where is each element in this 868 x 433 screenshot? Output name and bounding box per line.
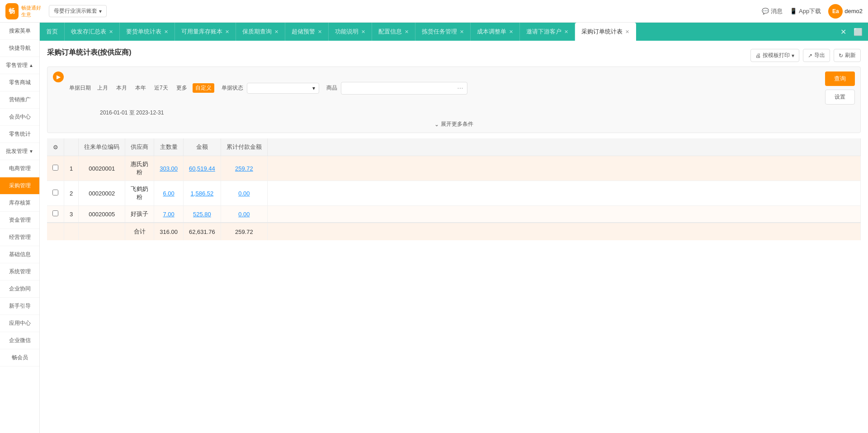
th-amount[interactable]: 金额 — [184, 138, 221, 156]
sidebar-item-system[interactable]: 系统管理 — [0, 263, 39, 281]
row-checkbox-1[interactable] — [52, 165, 58, 171]
expand-more-button[interactable]: ⌄ 展开更多条件 — [53, 120, 855, 128]
chevron-down-icon: ▾ — [312, 85, 315, 91]
td-main-qty-2[interactable]: 6.00 — [154, 181, 184, 206]
td-amount-1[interactable]: 60,519.44 — [184, 156, 221, 181]
td-checkbox-2[interactable] — [47, 181, 64, 206]
content-area: 首页 收发存汇总表 ✕ 要货单统计表 ✕ 可用量库存账本 ✕ 保质期查询 ✕ 超… — [40, 23, 868, 433]
tab-close-function-desc[interactable]: ✕ — [361, 29, 365, 35]
tab-picking-task[interactable]: 拣货任务管理 ✕ — [415, 23, 471, 41]
td-checkbox-3[interactable] — [47, 206, 64, 223]
custom-date-shortcut[interactable]: 自定义 — [193, 83, 214, 93]
td-amount-2[interactable]: 1,586.52 — [184, 181, 221, 206]
tab-function-desc[interactable]: 功能说明 ✕ — [329, 23, 372, 41]
td-amount-3[interactable]: 525.80 — [184, 206, 221, 223]
tab-close-receive-summary[interactable]: ✕ — [109, 29, 113, 35]
message-button[interactable]: 💬 消息 — [762, 7, 783, 15]
tab-close-shelf-life[interactable]: ✕ — [274, 29, 278, 35]
export-button[interactable]: ↗ 导出 — [803, 49, 830, 62]
this-month-shortcut[interactable]: 本月 — [113, 83, 130, 93]
sidebar-item-retail-stats[interactable]: 零售统计 — [0, 126, 39, 143]
refresh-button[interactable]: ↻ 刷新 — [834, 49, 861, 62]
tab-config-info[interactable]: 配置信息 ✕ — [372, 23, 415, 41]
th-supplier-code[interactable]: 往来单位编码 — [79, 138, 125, 156]
sidebar-item-enterprise[interactable]: 企业协同 — [0, 281, 39, 298]
sidebar-item-vip[interactable]: 畅会员 — [0, 349, 39, 366]
tab-close-purchase-summary[interactable]: ✕ — [625, 29, 629, 35]
sidebar-item-members[interactable]: 会员中心 — [0, 109, 39, 126]
tab-invite-downstream[interactable]: 邀请下游客户 ✕ — [520, 23, 575, 41]
sidebar-item-retail-shop[interactable]: 零售商城 — [0, 74, 39, 91]
tab-close-cost-adjust[interactable]: ✕ — [509, 29, 513, 35]
td-paid-amount-1[interactable]: 259.72 — [221, 156, 267, 181]
chevron-up-icon: ▲ — [29, 63, 33, 68]
filter-row-2: 2016-01-01 至 2023-12-31 — [69, 109, 855, 117]
td-supplier-code-1: 00020001 — [79, 156, 125, 181]
status-select[interactable]: ▾ — [247, 83, 319, 94]
sidebar-item-finance[interactable]: 资金管理 — [0, 212, 39, 229]
tab-home[interactable]: 首页 — [40, 23, 65, 41]
tab-shelf-life[interactable]: 保质期查询 ✕ — [236, 23, 285, 41]
sidebar-item-search[interactable]: 搜索英单 — [0, 23, 39, 40]
user-name[interactable]: demo2 — [844, 8, 863, 14]
last-month-shortcut[interactable]: 上月 — [94, 83, 111, 93]
settings-button[interactable]: 设置 — [825, 90, 855, 105]
row-checkbox-2[interactable] — [52, 190, 58, 195]
goods-select[interactable]: ··· — [341, 82, 467, 95]
tab-cost-adjust[interactable]: 成本调整单 ✕ — [471, 23, 520, 41]
tab-purchase-summary[interactable]: 采购订单统计表 ✕ — [575, 23, 636, 41]
th-paid-amount[interactable]: 累计付款金额 — [221, 138, 267, 156]
last-7-days-shortcut[interactable]: 近7天 — [151, 83, 171, 93]
table-body: 1 00020001 惠氏奶粉 303.00 60,519.44 259.72 … — [47, 156, 861, 223]
sidebar-item-basic-info[interactable]: 基础信息 — [0, 246, 39, 263]
sidebar-item-wholesale[interactable]: 批发管理 ▼ — [0, 143, 39, 160]
th-main-qty[interactable]: 主数量 — [154, 138, 184, 156]
this-year-shortcut[interactable]: 本年 — [132, 83, 149, 93]
app-download-button[interactable]: 📱 App下载 — [790, 7, 821, 15]
date-range-display: 2016-01-01 至 2023-12-31 — [100, 109, 164, 117]
th-settings[interactable]: ⚙ — [47, 138, 64, 156]
filter-expand-button[interactable]: ▶ — [53, 71, 64, 82]
sidebar-item-wechat[interactable]: 企业微信 — [0, 332, 39, 349]
tab-order-summary[interactable]: 要货单统计表 ✕ — [120, 23, 175, 41]
tab-close-picking-task[interactable]: ✕ — [460, 29, 464, 35]
sidebar-item-ecommerce[interactable]: 电商管理 — [0, 160, 39, 177]
tab-close-order-summary[interactable]: ✕ — [164, 29, 168, 35]
sidebar-item-retail[interactable]: 零售管理 ▲ — [0, 57, 39, 74]
td-main-qty-3[interactable]: 7.00 — [154, 206, 184, 223]
table-footer: 合计 316.00 62,631.76 259.72 — [47, 223, 861, 240]
td-paid-amount-3[interactable]: 0.00 — [221, 206, 267, 223]
query-button[interactable]: 查询 — [825, 71, 855, 86]
sidebar-item-shortcuts[interactable]: 快捷导航 — [0, 40, 39, 57]
print-button[interactable]: 🖨 按模板打印 ▾ — [750, 49, 799, 62]
tab-close-inventory-ledger[interactable]: ✕ — [225, 29, 229, 35]
tab-close-invite-downstream[interactable]: ✕ — [564, 29, 568, 35]
tab-inventory-ledger[interactable]: 可用量库存账本 ✕ — [175, 23, 236, 41]
sidebar-item-inventory[interactable]: 库存核算 — [0, 195, 39, 212]
footer-main-qty: 316.00 — [154, 223, 184, 240]
row-checkbox-3[interactable] — [52, 210, 58, 216]
tab-maximize-button[interactable]: ⬜ — [852, 27, 864, 37]
td-main-qty-1[interactable]: 303.00 — [154, 156, 184, 181]
sidebar-item-marketing[interactable]: 营销推广 — [0, 91, 39, 109]
sidebar-item-purchase[interactable]: 采购管理 — [0, 177, 39, 195]
tab-close-config-info[interactable]: ✕ — [405, 29, 409, 35]
chevron-down-icon: ▾ — [792, 52, 794, 59]
tab-overstock[interactable]: 超储预警 ✕ — [285, 23, 329, 41]
sidebar-item-app-center[interactable]: 应用中心 — [0, 315, 39, 332]
td-checkbox-1[interactable] — [47, 156, 64, 181]
tab-close-overstock[interactable]: ✕ — [318, 29, 322, 35]
data-table: ⚙ 往来单位编码 供应商 主数量 金额 累计付款金额 — [47, 138, 861, 240]
th-supplier-name[interactable]: 供应商 — [125, 138, 154, 156]
page-content: 采购订单统计表(按供应商) 🖨 按模板打印 ▾ ↗ 导出 ↻ 刷新 — [40, 41, 868, 433]
sidebar-item-operations[interactable]: 经营管理 — [0, 229, 39, 246]
tab-receive-summary[interactable]: 收发存汇总表 ✕ — [65, 23, 120, 41]
tab-close-all-button[interactable]: ✕ — [839, 27, 848, 37]
main-layout: 搜索英单 快捷导航 零售管理 ▲ 零售商城 营销推广 会员中心 零售统计 批发管… — [0, 23, 868, 433]
user-area[interactable]: Ea demo2 — [828, 4, 863, 19]
sidebar: 搜索英单 快捷导航 零售管理 ▲ 零售商城 营销推广 会员中心 零售统计 批发管… — [0, 23, 40, 433]
workspace-selector[interactable]: 母婴行业演示账套 ▾ — [49, 5, 107, 17]
td-paid-amount-2[interactable]: 0.00 — [221, 181, 267, 206]
more-shortcuts[interactable]: 更多 — [174, 83, 190, 93]
sidebar-item-guide[interactable]: 新手引导 — [0, 298, 39, 315]
